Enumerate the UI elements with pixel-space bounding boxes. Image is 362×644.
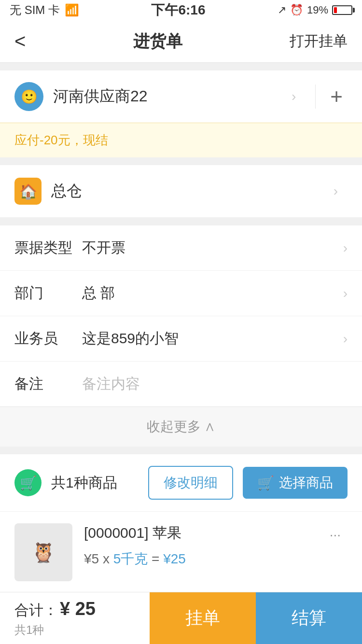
add-supplier-button[interactable]: + bbox=[325, 84, 348, 109]
select-product-button[interactable]: 🛒 选择商品 bbox=[243, 467, 348, 499]
avatar-icon: 🙂 bbox=[21, 89, 38, 105]
invoice-label: 票据类型 bbox=[14, 238, 82, 258]
dept-value: 总 部 bbox=[82, 283, 343, 303]
invoice-value: 不开票 bbox=[82, 238, 343, 258]
warehouse-icon: 🏠 bbox=[14, 178, 42, 205]
remark-value[interactable]: 备注内容 bbox=[82, 374, 348, 394]
products-header: 🛒 共1种商品 修改明细 🛒 选择商品 bbox=[0, 454, 362, 511]
form-section: 票据类型 不开票 › 部门 总 部 › 业务员 这是859的小智 › 备注 备注… bbox=[0, 225, 362, 447]
supplier-avatar: 🙂 bbox=[14, 82, 43, 111]
edit-detail-button[interactable]: 修改明细 bbox=[148, 466, 233, 500]
battery-percent: 19% bbox=[307, 4, 328, 16]
status-left: 无 SIM 卡 📶 bbox=[10, 2, 79, 18]
product-thumb-icon: 🦉 bbox=[31, 541, 56, 564]
products-section: 🛒 共1种商品 修改明细 🛒 选择商品 🦉 [0000001] 苹果 ¥5 x … bbox=[0, 454, 362, 593]
product-id: [0000001] bbox=[84, 525, 153, 541]
invoice-chevron-icon: › bbox=[343, 240, 348, 256]
product-price: ¥5 x 5千克 = ¥25 bbox=[84, 550, 323, 568]
product-item: 🦉 [0000001] 苹果 ¥5 x 5千克 = ¥25 ··· bbox=[0, 511, 362, 593]
select-product-label: 选择商品 bbox=[279, 474, 333, 492]
nav-bar: < 进货单 打开挂单 bbox=[0, 20, 362, 63]
alarm-icon: ⏰ bbox=[290, 4, 303, 16]
checkout-button[interactable]: 结算 bbox=[256, 592, 362, 644]
product-more-button[interactable]: ··· bbox=[323, 523, 348, 546]
product-info: [0000001] 苹果 ¥5 x 5千克 = ¥25 bbox=[84, 523, 323, 568]
notice-bar: 应付-20元，现结 bbox=[0, 123, 362, 157]
carrier-label: 无 SIM 卡 bbox=[10, 2, 60, 18]
supplier-section: 🙂 河南供应商22 › + 应付-20元，现结 bbox=[0, 70, 362, 157]
total-amount: ¥ 25 bbox=[60, 599, 96, 619]
dept-chevron-icon: › bbox=[343, 286, 348, 301]
total-value: ¥25 bbox=[163, 551, 186, 566]
remark-label: 备注 bbox=[14, 374, 82, 394]
products-icon: 🛒 bbox=[14, 469, 42, 496]
invoice-row[interactable]: 票据类型 不开票 › bbox=[0, 225, 362, 270]
total-sub: 共1种 bbox=[14, 622, 135, 638]
open-hang-button[interactable]: 打开挂单 bbox=[290, 31, 348, 51]
collapse-label: 收起更多 ∧ bbox=[147, 418, 216, 436]
total-label: 合计： bbox=[14, 601, 58, 620]
dept-label: 部门 bbox=[14, 283, 82, 303]
divider bbox=[315, 84, 316, 109]
warehouse-name: 总仓 bbox=[51, 181, 334, 202]
sales-row[interactable]: 业务员 这是859的小智 › bbox=[0, 316, 362, 361]
supplier-row: 🙂 河南供应商22 › + bbox=[0, 70, 362, 123]
location-icon: ↗ bbox=[278, 4, 286, 16]
qty-value: 5千克 bbox=[113, 551, 148, 566]
hang-label: 挂单 bbox=[185, 606, 220, 630]
remark-row[interactable]: 备注 备注内容 bbox=[0, 361, 362, 406]
checkout-label: 结算 bbox=[292, 606, 326, 630]
back-button[interactable]: < bbox=[14, 30, 26, 52]
collapse-bar[interactable]: 收起更多 ∧ bbox=[0, 406, 362, 447]
hang-button[interactable]: 挂单 bbox=[150, 592, 256, 644]
page-title: 进货单 bbox=[133, 30, 182, 53]
status-right: ↗ ⏰ 19% bbox=[278, 4, 352, 16]
product-name: [0000001] 苹果 bbox=[84, 523, 323, 543]
bottom-total: 合计： ¥ 25 共1种 bbox=[0, 599, 150, 638]
equals-sign: = bbox=[148, 551, 163, 566]
status-bar: 无 SIM 卡 📶 下午6:16 ↗ ⏰ 19% bbox=[0, 0, 362, 20]
warehouse-chevron-icon: › bbox=[334, 183, 338, 199]
bottom-bar: 合计： ¥ 25 共1种 挂单 结算 bbox=[0, 592, 362, 644]
warehouse-section[interactable]: 🏠 总仓 › bbox=[0, 165, 362, 217]
price-unit: ¥5 x bbox=[84, 551, 113, 566]
supplier-name: 河南供应商22 bbox=[53, 86, 292, 107]
warehouse-row[interactable]: 🏠 总仓 › bbox=[0, 165, 362, 217]
product-thumbnail: 🦉 bbox=[14, 523, 72, 581]
sales-value: 这是859的小智 bbox=[82, 329, 343, 349]
dept-row[interactable]: 部门 总 部 › bbox=[0, 270, 362, 316]
status-time: 下午6:16 bbox=[151, 1, 205, 19]
battery-icon bbox=[332, 5, 352, 15]
sales-chevron-icon: › bbox=[343, 331, 348, 347]
sales-label: 业务员 bbox=[14, 329, 82, 349]
notice-text: 应付-20元，现结 bbox=[14, 133, 108, 147]
wifi-icon: 📶 bbox=[65, 3, 79, 17]
supplier-chevron-icon: › bbox=[292, 89, 296, 104]
product-title: 苹果 bbox=[153, 525, 181, 541]
products-count: 共1种商品 bbox=[51, 473, 139, 493]
cart-icon: 🛒 bbox=[257, 475, 274, 491]
